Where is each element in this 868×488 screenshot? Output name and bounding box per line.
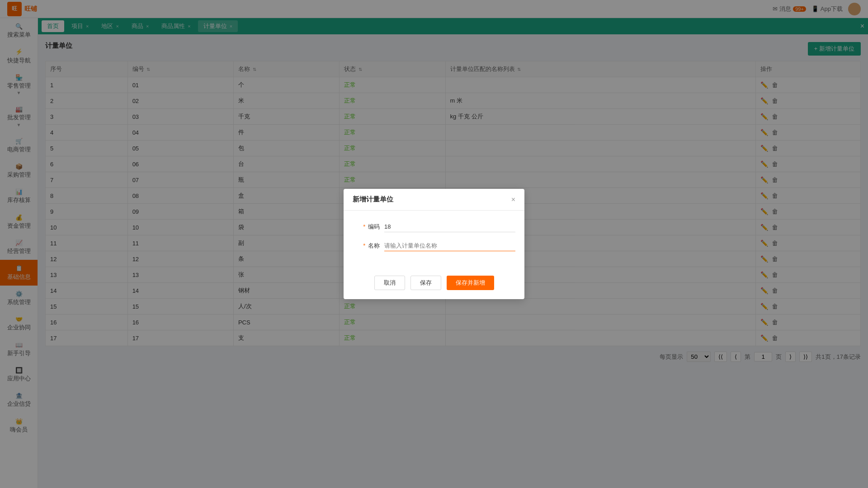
save-and-new-button[interactable]: 保存并新增 xyxy=(447,276,494,290)
modal-title: 新增计量单位 xyxy=(353,195,393,204)
modal-overlay[interactable]: 新增计量单位 × * 编码 * 名称 取消 保存 保存并新增 xyxy=(0,0,868,488)
save-button[interactable]: 保存 xyxy=(410,276,441,290)
code-input[interactable] xyxy=(384,221,515,232)
modal-footer: 取消 保存 保存并新增 xyxy=(344,270,524,299)
required-star-name: * xyxy=(363,242,365,249)
modal-close-button[interactable]: × xyxy=(511,196,515,204)
name-input[interactable] xyxy=(384,240,515,251)
form-row-name: * 名称 xyxy=(353,240,515,251)
name-label: * 名称 xyxy=(353,242,380,250)
form-row-code: * 编码 xyxy=(353,221,515,232)
cancel-button[interactable]: 取消 xyxy=(374,276,405,290)
modal-body: * 编码 * 名称 xyxy=(344,211,524,270)
modal-header: 新增计量单位 × xyxy=(344,189,524,211)
add-unit-modal: 新增计量单位 × * 编码 * 名称 取消 保存 保存并新增 xyxy=(344,189,524,299)
required-star-code: * xyxy=(363,223,365,230)
code-label: * 编码 xyxy=(353,223,380,231)
